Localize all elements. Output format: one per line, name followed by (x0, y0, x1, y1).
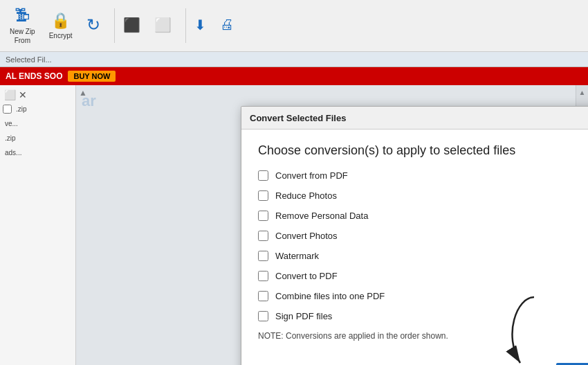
conversion-item-6: Convert to PDF ··· (258, 271, 588, 281)
minimize-icon[interactable]: ⬜ (4, 89, 16, 100)
file-name-3: .zip (3, 134, 18, 143)
conversion-item-2: Reduce Photos ··· (258, 190, 588, 201)
toolbar-btn-7[interactable]: 🖨 (216, 14, 238, 37)
dialog-heading: Choose conversion(s) to apply to selecte… (258, 143, 588, 158)
conversion-item-8: Sign PDF files ··· (258, 311, 588, 321)
ad-banner: AL ENDS SOO BUY NOW (0, 67, 588, 85)
icon-4: ⬛ (123, 17, 140, 33)
list-item: ve... (3, 119, 73, 128)
label-convert-to-pdf: Convert to PDF (275, 271, 588, 281)
new-zip-from-button[interactable]: 🗜 New ZipFrom (6, 4, 39, 48)
encrypt-label: Encrypt (49, 32, 73, 39)
list-item: .zip (3, 134, 73, 143)
label-convert-from-pdf: Convert from PDF (275, 170, 588, 181)
sidebar-controls: ⬜ ✕ (3, 88, 73, 102)
checkbox-sign-pdf[interactable] (258, 311, 268, 321)
toolbar-btn-5[interactable]: ⬜ (150, 14, 176, 38)
checkbox-combine-files[interactable] (258, 291, 268, 301)
convert-dialog: Convert Selected Files ✕ Choose conversi… (241, 106, 588, 365)
dialog-note: NOTE: Conversions are applied in the ord… (258, 331, 588, 341)
checkbox-convert-to-pdf[interactable] (258, 271, 268, 281)
ad-text: AL ENDS SOO (6, 71, 62, 81)
label-reduce-photos: Reduce Photos (275, 190, 588, 201)
zip-icon: 🗜 (15, 7, 30, 25)
toolbar-btn-4[interactable]: ⬛ (119, 14, 145, 38)
checkbox-remove-personal-data[interactable] (258, 211, 268, 221)
conversion-item-7: Combine files into one PDF ··· (258, 291, 588, 301)
main-panel: ar ▲ Convert Selected Files ✕ Choose con… (76, 85, 588, 365)
dialog-title: Convert Selected Files (250, 113, 346, 123)
dialog-titlebar: Convert Selected Files ✕ (241, 107, 588, 130)
close-sidebar-icon[interactable]: ✕ (19, 89, 27, 100)
label-remove-personal-data: Remove Personal Data (275, 211, 588, 221)
file-name-1: .zip (14, 105, 29, 114)
list-item: ads... (3, 148, 73, 157)
file-name-4: ads... (3, 148, 24, 157)
toolbar: 🗜 New ZipFrom 🔒 Encrypt ↻ ⬛ ⬜ ⬇ 🖨 (0, 0, 588, 52)
label-combine-files: Combine files into one PDF (275, 291, 588, 301)
lock-icon: 🔒 (51, 12, 70, 30)
conversion-item-5: Watermark ··· (258, 251, 588, 261)
tab-selected-files[interactable]: Selected Fil... (6, 55, 52, 64)
list-item: .zip (3, 105, 73, 114)
convert-button[interactable]: ↻ (82, 12, 104, 39)
download-icon: ⬇ (194, 17, 206, 33)
content-area: ⬜ ✕ .zip ve... .zip ads... ar ▲ Convert (0, 85, 588, 365)
toolbar-btn-6[interactable]: ⬇ (190, 14, 210, 38)
conversion-item-4: Convert Photos ··· (258, 231, 588, 241)
checkbox-convert-from-pdf[interactable] (258, 170, 268, 181)
tabbar: Selected Fil... (0, 52, 588, 67)
checkbox-reduce-photos[interactable] (258, 190, 268, 201)
new-zip-label: New ZipFrom (10, 27, 35, 45)
conversion-item-3: Remove Personal Data ··· (258, 211, 588, 221)
left-sidebar: ⬜ ✕ .zip ve... .zip ads... (0, 85, 76, 365)
checkbox-convert-photos[interactable] (258, 231, 268, 241)
conversion-item-1: Convert from PDF ··· (258, 170, 588, 181)
convert-icon: ↻ (86, 15, 100, 35)
label-watermark: Watermark (275, 251, 588, 261)
print-icon: 🖨 (220, 17, 234, 33)
label-convert-photos: Convert Photos (275, 231, 588, 241)
encrypt-button[interactable]: 🔒 Encrypt (45, 9, 77, 42)
icon-5: ⬜ (154, 17, 172, 33)
buy-now-button[interactable]: BUY NOW (68, 71, 116, 82)
label-sign-pdf: Sign PDF files (275, 311, 588, 321)
file-name-2: ve... (3, 119, 20, 128)
dialog-body: Choose conversion(s) to apply to selecte… (241, 130, 588, 363)
file-checkbox-1[interactable] (3, 105, 12, 114)
checkbox-watermark[interactable] (258, 251, 268, 261)
